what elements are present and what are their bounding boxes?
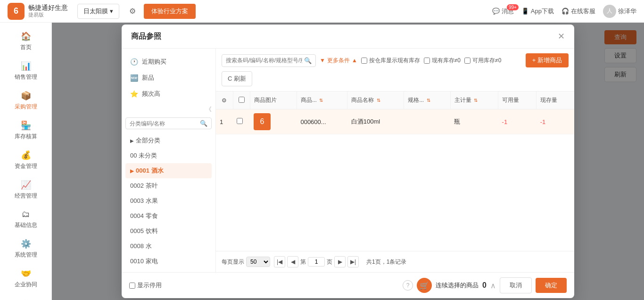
next-page-button[interactable]: ▶ <box>334 256 346 267</box>
select-all-checkbox[interactable] <box>239 97 245 103</box>
sidebar-item-purchase[interactable]: 📦 采购管理 <box>0 86 51 116</box>
category-water[interactable]: 0008 水 <box>125 239 212 254</box>
category-search-input[interactable] <box>130 120 198 127</box>
message-nav-item[interactable]: 💬 消息 99+ <box>492 7 514 16</box>
modal-title: 商品参照 <box>131 32 161 42</box>
page-nav: |◀ ◀ 第 页 ▶ ▶| <box>274 256 359 267</box>
service-label: 在线客服 <box>571 7 595 16</box>
show-disabled-input[interactable] <box>129 283 135 289</box>
basic-icon: 🗂 <box>22 209 30 219</box>
sort-icon: ⇅ <box>319 98 323 103</box>
top-nav: 6 畅捷通好生意 捷易版 日太阳膜 ▾ ⚙ 体验行业方案 💬 消息 99+ 📱 … <box>0 0 644 23</box>
stock-nonzero-checkbox[interactable]: 现有库存≠0 <box>424 57 461 65</box>
app-download-item[interactable]: 📱 App下载 <box>521 7 554 16</box>
col-spec-header[interactable]: 规格... ⇅ <box>404 92 450 109</box>
category-search-box[interactable]: 🔍 <box>125 117 212 129</box>
row-checkbox[interactable] <box>237 118 243 124</box>
category-label: 0010 家电 <box>130 257 158 266</box>
app-sub: 捷易版 <box>28 11 68 18</box>
footer-cart: ? 🛒 连续选择的商品 0 ∧ <box>403 278 496 293</box>
stock-checkbox-input[interactable] <box>424 58 430 64</box>
modal-close-button[interactable]: ✕ <box>558 31 565 42</box>
trial-button[interactable]: 体验行业方案 <box>144 4 196 19</box>
category-label: 0005 饮料 <box>130 227 158 235</box>
stock-label: 现有库存≠0 <box>432 57 461 65</box>
tab-recent-purchase[interactable]: 🕐 近期购买 <box>125 54 212 69</box>
sidebar-item-home[interactable]: 🏠 首页 <box>0 26 51 56</box>
store-selector[interactable]: 日太阳膜 ▾ <box>77 4 119 19</box>
search-icon: 🔍 <box>304 57 312 64</box>
row-checkbox-cell[interactable] <box>233 109 250 134</box>
cart-collapse-icon[interactable]: ∧ <box>490 281 496 290</box>
page-size-selector[interactable]: 每页显示 50 100 <box>222 257 270 267</box>
modal-overlay: 商品参照 ✕ 🕐 近期购买 🆕 <box>52 23 644 300</box>
row-available: -1 <box>498 109 537 134</box>
main-content: 查询 设置 刷新 商品参照 ✕ 🕐 <box>52 23 644 300</box>
modal-footer: 显示停用 ? 🛒 连续选择的商品 0 ∧ 取消 确定 <box>122 272 574 298</box>
message-badge: 99+ <box>507 4 519 10</box>
category-drinks[interactable]: 0005 饮料 <box>125 224 212 239</box>
page-number-input[interactable] <box>308 257 325 267</box>
category-tea[interactable]: 0002 茶叶 <box>125 178 212 193</box>
show-disabled-checkbox[interactable]: 显示停用 <box>129 281 162 290</box>
cancel-button[interactable]: 取消 <box>500 277 532 293</box>
product-search-input[interactable] <box>226 57 302 64</box>
help-icon[interactable]: ? <box>403 280 413 291</box>
col-checkbox <box>233 92 250 109</box>
nav-right: 💬 消息 99+ 📱 App下载 🎧 在线客服 人 徐泽华 <box>492 5 636 18</box>
left-panel-tabs: 🕐 近期购买 🆕 新品 ⭐ 频次高 <box>122 52 215 103</box>
category-snacks[interactable]: 0004 零食 <box>125 208 212 224</box>
sidebar-item-ops[interactable]: 📈 经营管理 <box>0 175 51 205</box>
sidebar-item-label: 首页 <box>20 43 32 51</box>
app-name: 畅捷通好生意 <box>28 4 68 12</box>
per-page-select[interactable]: 50 100 <box>246 257 270 267</box>
available-checkbox-input[interactable] <box>464 58 471 64</box>
col-code-header[interactable]: 商品... ⇅ <box>297 92 347 109</box>
warehouse-display-checkbox[interactable]: 按仓库显示现有库存 <box>361 57 420 65</box>
sidebar-item-sales[interactable]: 📊 销售管理 <box>0 56 51 86</box>
page-label: 第 <box>300 258 306 266</box>
category-appliances[interactable]: 0010 家电 <box>125 254 212 268</box>
row-unit: 瓶 <box>450 109 498 134</box>
sidebar-item-system[interactable]: ⚙️ 系统管理 <box>0 234 51 264</box>
confirm-button[interactable]: 确定 <box>536 278 567 293</box>
sidebar-item-basic[interactable]: 🗂 基础信息 <box>0 205 51 234</box>
product-search-box[interactable]: 🔍 <box>222 54 316 67</box>
col-unit-header[interactable]: 主计量 ⇅ <box>450 92 498 109</box>
sort-icon: ⇅ <box>474 98 478 103</box>
tab-frequent[interactable]: ⭐ 频次高 <box>125 86 212 101</box>
category-liquor[interactable]: ▶ 0001 酒水 <box>125 163 212 178</box>
col-img-header: 商品图片 <box>250 92 297 109</box>
sidebar-item-inventory[interactable]: 🏪 库存核算 <box>0 116 51 145</box>
cart-icon[interactable]: 🛒 <box>417 278 432 293</box>
more-filter-button[interactable]: ▼ 更多条件 ▲ <box>320 57 357 65</box>
col-available-header: 可用量 <box>498 92 537 109</box>
row-num: 1 <box>216 109 233 134</box>
sidebar-item-guide[interactable]: 📖 新手引导 <box>0 293 51 300</box>
sidebar-item-label: 企业协同 <box>15 281 37 289</box>
category-all[interactable]: ▶ 全部分类 <box>125 133 212 148</box>
tab-new-products[interactable]: 🆕 新品 <box>125 70 212 85</box>
user-item[interactable]: 人 徐泽华 <box>603 5 636 18</box>
sidebar-item-collab[interactable]: 🤝 企业协同 <box>0 264 51 293</box>
sidebar-item-finance[interactable]: 💰 资金管理 <box>0 145 51 175</box>
category-label: 全部分类 <box>136 136 160 145</box>
home-icon: 🏠 <box>21 31 31 42</box>
category-uncategorized[interactable]: 00 未分类 <box>125 148 212 163</box>
refresh-button[interactable]: C 刷新 <box>222 71 252 86</box>
first-page-button[interactable]: |◀ <box>274 256 285 267</box>
add-product-button[interactable]: + 新增商品 <box>526 53 569 67</box>
table-row[interactable]: 1 6 000600... 白酒100ml <box>216 109 574 134</box>
warehouse-checkbox-input[interactable] <box>361 58 367 64</box>
prev-page-button[interactable]: ◀ <box>287 256 298 267</box>
category-label: 0003 水果 <box>130 197 158 205</box>
collapse-button[interactable]: 《 <box>122 103 215 116</box>
available-nonzero-checkbox[interactable]: 可用库存≠0 <box>464 57 501 65</box>
cart-label: 连续选择的商品 <box>436 281 479 290</box>
category-fruit[interactable]: 0003 水果 <box>125 193 212 208</box>
last-page-button[interactable]: ▶| <box>347 256 359 267</box>
service-item[interactable]: 🎧 在线客服 <box>561 7 595 16</box>
headset-icon: 🎧 <box>561 8 569 15</box>
settings-icon[interactable]: ⚙ <box>125 4 140 19</box>
col-name-header[interactable]: 商品名称 ⇅ <box>347 92 404 109</box>
